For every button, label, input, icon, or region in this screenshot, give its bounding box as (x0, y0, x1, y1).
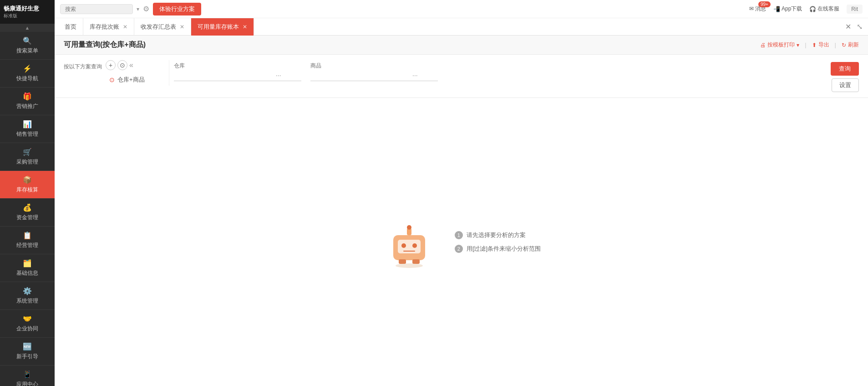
online-service-btn[interactable]: 🎧 在线客服 (809, 5, 839, 13)
sidebar-item-search[interactable]: 🔍 搜索菜单 (0, 32, 55, 60)
warehouse-field: 仓库 ··· (174, 62, 301, 81)
warehouse-dots-btn[interactable]: ··· (276, 72, 281, 79)
tab-recv-summary-close[interactable]: ✕ (180, 24, 184, 30)
sidebar-item-label: 资金管理 (16, 214, 38, 221)
hint-num-1: 1 (455, 231, 463, 239)
new-icon: 🆕 (23, 342, 32, 351)
empty-illustration (382, 215, 437, 269)
template-print-btn[interactable]: 🖨 按模板打印 ▾ (760, 41, 799, 49)
main-area: ▾ ⚙ 体验行业方案 ✉ 消息 99+ 📲 App下载 🎧 在线客服 Rit (55, 0, 868, 386)
separator: | (805, 41, 806, 48)
search-icon: 🔍 (23, 36, 32, 45)
tab-actions: ✕ ⤡ (843, 21, 868, 33)
sidebar-item-basic[interactable]: 🗂️ 基础信息 (0, 254, 55, 282)
sidebar-item-finance[interactable]: 💰 资金管理 (0, 199, 55, 226)
filter-schemes: + ⊙ « ⊙ 仓库+商品 (106, 60, 169, 86)
sidebar-item-marketing[interactable]: 🎁 营销推广 (0, 87, 55, 115)
gear-icon: ⚙️ (23, 287, 32, 295)
scheme-label: 仓库+商品 (117, 76, 145, 84)
sidebar-item-purchase[interactable]: 🛒 采购管理 (0, 143, 55, 171)
sidebar-item-label: 经营管理 (16, 242, 38, 249)
sidebar-item-label: 新手引导 (16, 353, 38, 360)
empty-text: 1 请先选择要分析的方案 2 用[过滤]条件来缩小分析范围 (455, 231, 541, 253)
refresh-btn[interactable]: ↻ 刷新 (842, 41, 859, 49)
box-icon: 📦 (23, 175, 32, 184)
content-area: 可用量查询(按仓库+商品) 🖨 按模板打印 ▾ | ⬆ 导出 | ↻ 刷新 (55, 36, 868, 386)
settings-icon[interactable]: ⚙ (143, 5, 149, 13)
tab-available-ledger[interactable]: 可用量库存账本 ✕ (191, 18, 254, 36)
folder-icon: 🗂️ (23, 259, 32, 268)
dropdown-icon: ▾ (797, 42, 799, 48)
topbar: ▾ ⚙ 体验行业方案 ✉ 消息 99+ 📲 App下载 🎧 在线客服 Rit (55, 0, 868, 18)
sidebar-item-apps[interactable]: 📱 应用中心 (0, 365, 55, 386)
separator2: | (835, 41, 836, 48)
refresh-icon: ↻ (842, 42, 846, 48)
print-icon: 🖨 (760, 42, 766, 48)
filter-scheme-actions: + ⊙ « (106, 60, 164, 70)
search-input[interactable] (60, 4, 133, 14)
tab-recv-summary[interactable]: 收发存汇总表 ✕ (134, 18, 191, 36)
sidebar-item-label: 营销推广 (16, 103, 38, 110)
empty-svg (382, 215, 437, 269)
tab-batch-account-label: 库存批次账 (90, 23, 119, 31)
tab-batch-account[interactable]: 库存批次账 ✕ (83, 18, 134, 36)
hint-text-2: 用[过滤]条件来缩小分析范围 (467, 245, 541, 253)
sidebar: 畅康通好生意 标准版 ▲ 🔍 搜索菜单 ⚡ 快捷导航 🎁 营销推广 📊 销售管理… (0, 0, 55, 386)
sidebar-item-quick-nav[interactable]: ⚡ 快捷导航 (0, 60, 55, 87)
industry-btn[interactable]: 体验行业方案 (153, 3, 201, 15)
sidebar-logo[interactable]: 畅康通好生意 标准版 (0, 0, 55, 24)
sidebar-item-system[interactable]: ⚙️ 系统管理 (0, 282, 55, 310)
collapse-btn[interactable]: « (129, 61, 133, 69)
warehouse-input[interactable] (174, 72, 274, 79)
svg-point-6 (407, 225, 411, 230)
tab-batch-account-close[interactable]: ✕ (123, 24, 127, 30)
settings-btn[interactable]: 设置 (832, 78, 859, 92)
goods-dots-btn[interactable]: ··· (412, 72, 418, 79)
sidebar-item-sales[interactable]: 📊 销售管理 (0, 115, 55, 143)
query-btn[interactable]: 查询 (831, 62, 859, 76)
sidebar-scroll-up[interactable]: ▲ (0, 24, 55, 32)
message-btn[interactable]: ✉ 消息 99+ (749, 5, 766, 13)
goods-field-input: ··· (310, 72, 438, 81)
tab-home-label: 首页 (65, 23, 76, 31)
cart-icon: 🛒 (23, 148, 32, 156)
sidebar-item-guide[interactable]: 🆕 新手引导 (0, 338, 55, 365)
sidebar-item-inventory[interactable]: 📦 库存核算 (0, 171, 55, 199)
svg-point-3 (412, 243, 417, 248)
empty-hint-1: 1 请先选择要分析的方案 (455, 231, 541, 239)
filter-panel: 按以下方案查询 + ⊙ « ⊙ 仓库+商品 仓库 ··· (55, 55, 868, 98)
tabs-bar: 首页 库存批次账 ✕ 收发存汇总表 ✕ 可用量库存账本 ✕ ✕ ⤡ (55, 18, 868, 36)
clipboard-icon: 📋 (23, 231, 32, 240)
sidebar-item-enterprise[interactable]: 🤝 企业协同 (0, 310, 55, 338)
scheme-warehouse-goods[interactable]: ⊙ 仓库+商品 (106, 74, 164, 86)
export-icon: ⬆ (812, 42, 817, 48)
warehouse-field-input: ··· (174, 72, 301, 81)
sidebar-item-label: 采购管理 (16, 158, 38, 166)
gift-icon: 🎁 (23, 92, 32, 101)
sidebar-item-label: 应用中心 (16, 381, 38, 386)
app-download-btn[interactable]: 📲 App下载 (773, 5, 802, 13)
goods-field-label: 商品 (310, 62, 438, 70)
user-name: Rit (851, 6, 858, 12)
export-btn[interactable]: ⬆ 导出 (812, 41, 829, 49)
scheme-icon: ⊙ (109, 76, 115, 83)
sidebar-item-label: 销售管理 (16, 130, 38, 138)
money-icon: 💰 (23, 203, 32, 212)
filter-label: 按以下方案查询 (64, 60, 102, 71)
sidebar-item-operation[interactable]: 📋 经营管理 (0, 226, 55, 254)
page-header-actions: 🖨 按模板打印 ▾ | ⬆ 导出 | ↻ 刷新 (760, 41, 859, 49)
goods-input[interactable] (310, 72, 411, 79)
sidebar-item-label: 基础信息 (16, 269, 38, 277)
tab-close-window-btn[interactable]: ✕ (843, 21, 853, 33)
query-btn-area: 查询 设置 (831, 62, 859, 92)
chevron-down-icon[interactable]: ▾ (137, 6, 139, 12)
tab-home[interactable]: 首页 (58, 18, 83, 36)
edit-scheme-btn[interactable]: ⊙ (117, 60, 127, 70)
add-scheme-btn[interactable]: + (106, 60, 116, 70)
download-icon: 📲 (773, 6, 780, 12)
tab-available-ledger-close[interactable]: ✕ (243, 24, 247, 30)
tab-expand-btn[interactable]: ⤡ (855, 21, 864, 33)
goods-field: 商品 ··· (310, 62, 438, 81)
user-area[interactable]: Rit (847, 5, 863, 14)
message-icon: ✉ (749, 5, 754, 12)
